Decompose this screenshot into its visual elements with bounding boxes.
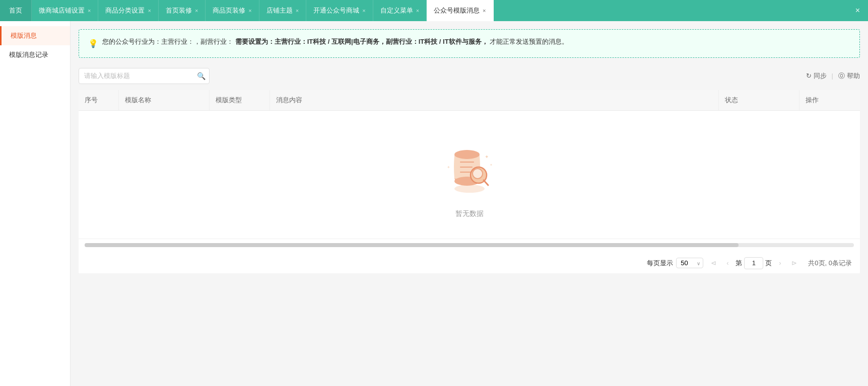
tab-template-msg-label: 公众号模版消息 bbox=[434, 6, 480, 15]
col-type: 模版类型 bbox=[210, 90, 270, 110]
notice-suffix: 才能正常发送预置的消息。 bbox=[490, 38, 568, 45]
page-layout: 模版消息 模版消息记录 💡 您的公众号行业为：主营行业：，副营行业： 需要设置为… bbox=[0, 21, 868, 386]
svg-point-7 bbox=[473, 169, 483, 179]
page-label-post: 页 bbox=[765, 259, 772, 268]
per-page-wrap: 50 20 100 bbox=[676, 258, 703, 268]
help-icon: ⓪ bbox=[838, 71, 845, 81]
page-last-button[interactable]: ⊳ bbox=[788, 257, 800, 269]
notice-box: 💡 您的公众号行业为：主营行业：，副营行业： 需要设置为：主营行业：IT科技 /… bbox=[79, 29, 860, 58]
tab-template-msg-close[interactable]: × bbox=[483, 8, 486, 14]
tab-homepage-close[interactable]: × bbox=[195, 8, 198, 14]
search-input[interactable] bbox=[79, 68, 210, 84]
empty-state: ✦ ✦ ✦ 暂无数据 bbox=[79, 111, 860, 239]
page-label-pre: 第 bbox=[736, 259, 742, 268]
tab-menu-close[interactable]: × bbox=[416, 8, 419, 14]
tab-menu-label: 自定义菜单 bbox=[380, 6, 413, 15]
sync-button[interactable]: ↻ 同步 bbox=[806, 71, 827, 81]
svg-point-0 bbox=[454, 185, 485, 193]
search-input-wrap: 🔍 bbox=[79, 68, 210, 84]
svg-text:✦: ✦ bbox=[485, 154, 489, 160]
table-header: 序号 模版名称 模版类型 消息内容 状态 操作 bbox=[79, 90, 860, 111]
tab-weshop-label: 微商城店铺设置 bbox=[39, 6, 85, 15]
divider: | bbox=[832, 72, 833, 80]
empty-illustration: ✦ ✦ ✦ bbox=[439, 141, 500, 201]
scrollbar-track[interactable] bbox=[85, 243, 854, 247]
notice-prefix: 您的公众号行业为：主营行业：，副营行业： bbox=[102, 38, 233, 45]
col-status: 状态 bbox=[719, 90, 799, 110]
close-all-button[interactable]: × bbox=[847, 6, 868, 15]
tab-home-label: 首页 bbox=[9, 6, 22, 15]
col-index: 序号 bbox=[79, 90, 119, 110]
tab-home[interactable]: 首页 bbox=[0, 0, 32, 21]
sync-label: 同步 bbox=[814, 71, 827, 81]
svg-line-8 bbox=[484, 180, 488, 185]
tab-theme-label: 店铺主题 bbox=[266, 6, 293, 15]
tab-theme-close[interactable]: × bbox=[296, 8, 299, 14]
notice-text: 您的公众号行业为：主营行业：，副营行业： 需要设置为：主营行业：IT科技 / 互… bbox=[102, 37, 568, 47]
col-name: 模版名称 bbox=[119, 90, 210, 110]
tab-category[interactable]: 商品分类设置 × bbox=[98, 0, 158, 21]
pagination: 每页显示 50 20 100 ⊲ ‹ 第 页 › bbox=[79, 251, 860, 273]
scrollbar-area bbox=[79, 239, 860, 251]
top-navigation: 首页 微商城店铺设置 × 商品分类设置 × 首页装修 × 商品页装修 × 店铺主… bbox=[0, 0, 868, 21]
tab-product-page-close[interactable]: × bbox=[248, 8, 251, 14]
tab-homepage-label: 首页装修 bbox=[166, 6, 192, 15]
toolbar-right: ↻ 同步 | ⓪ 帮助 bbox=[806, 71, 860, 81]
per-page-select: 每页显示 50 20 100 bbox=[647, 258, 703, 268]
sidebar-item-template-msg-record[interactable]: 模版消息记录 bbox=[0, 45, 70, 64]
tab-theme[interactable]: 店铺主题 × bbox=[259, 0, 306, 21]
tab-homepage[interactable]: 首页装修 × bbox=[159, 0, 206, 21]
col-content: 消息内容 bbox=[270, 90, 719, 110]
page-next-button[interactable]: › bbox=[774, 257, 786, 269]
notice-highlight: 需要设置为：主营行业：IT科技 / 互联网|电子商务，副营行业：IT科技 / I… bbox=[235, 38, 488, 45]
sync-icon: ↻ bbox=[806, 72, 812, 80]
col-action: 操作 bbox=[799, 90, 860, 110]
tab-weshop-close[interactable]: × bbox=[88, 8, 91, 14]
svg-point-1 bbox=[454, 150, 480, 159]
total-info: 共0页, 0条记录 bbox=[808, 259, 852, 268]
notice-icon: 💡 bbox=[88, 37, 98, 50]
page-input[interactable] bbox=[744, 257, 763, 269]
data-table: 序号 模版名称 模版类型 消息内容 状态 操作 bbox=[79, 90, 860, 273]
help-button[interactable]: ⓪ 帮助 bbox=[838, 71, 860, 81]
sidebar: 模版消息 模版消息记录 bbox=[0, 21, 71, 386]
search-bar: 🔍 ↻ 同步 | ⓪ 帮助 bbox=[79, 68, 860, 84]
help-label: 帮助 bbox=[847, 71, 860, 81]
tab-menu[interactable]: 自定义菜单 × bbox=[373, 0, 427, 21]
search-icon[interactable]: 🔍 bbox=[197, 72, 206, 80]
svg-text:✦: ✦ bbox=[490, 163, 493, 167]
tab-weshop[interactable]: 微商城店铺设置 × bbox=[32, 0, 98, 21]
empty-text: 暂无数据 bbox=[455, 209, 484, 218]
page-first-button[interactable]: ⊲ bbox=[707, 257, 719, 269]
svg-text:✦: ✦ bbox=[447, 165, 450, 170]
main-content: 💡 您的公众号行业为：主营行业：，副营行业： 需要设置为：主营行业：IT科技 /… bbox=[71, 21, 868, 386]
scrollbar-thumb[interactable] bbox=[85, 243, 739, 247]
tab-category-close[interactable]: × bbox=[148, 8, 151, 14]
per-page-label: 每页显示 bbox=[647, 259, 673, 268]
page-prev-button[interactable]: ‹ bbox=[721, 257, 733, 269]
tab-product-page[interactable]: 商品页装修 × bbox=[206, 0, 259, 21]
tab-product-page-label: 商品页装修 bbox=[213, 6, 245, 15]
sidebar-item-template-msg[interactable]: 模版消息 bbox=[0, 26, 70, 45]
per-page-dropdown[interactable]: 50 20 100 bbox=[676, 258, 703, 268]
page-navigation: ⊲ ‹ 第 页 › ⊳ bbox=[707, 257, 800, 269]
tab-mall-close[interactable]: × bbox=[362, 8, 365, 14]
tab-mall[interactable]: 开通公众号商城 × bbox=[306, 0, 373, 21]
tab-mall-label: 开通公众号商城 bbox=[313, 6, 359, 15]
tab-template-msg[interactable]: 公众号模版消息 × bbox=[427, 0, 493, 21]
tab-category-label: 商品分类设置 bbox=[105, 6, 145, 15]
